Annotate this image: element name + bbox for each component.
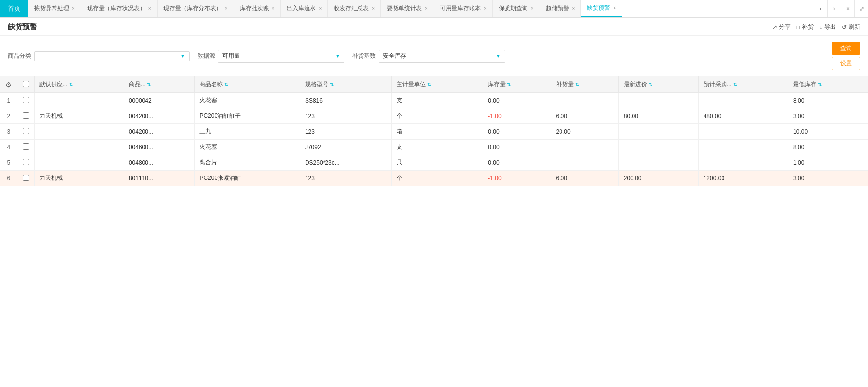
- tab-order-stats-label: 要货单统计表: [387, 4, 422, 13]
- col-supplier-header[interactable]: 默认供应... ⇅: [34, 76, 124, 93]
- col-unit-header[interactable]: 主计量单位 ⇅: [391, 76, 483, 93]
- row-num-4: 4: [0, 140, 18, 155]
- tab-exception-label: 拣货异常处理: [34, 4, 69, 13]
- col-spec-sort-icon: ⇅: [330, 82, 334, 87]
- col-price-header[interactable]: 最新进价 ⇅: [618, 76, 698, 93]
- tab-available-ledger-close[interactable]: ×: [484, 6, 487, 11]
- tab-expiry-close[interactable]: ×: [531, 6, 534, 11]
- tab-home[interactable]: 首页: [0, 0, 28, 17]
- category-label: 商品分类: [8, 52, 31, 60]
- setting-button[interactable]: 设置: [832, 57, 860, 70]
- filter-actions: 查询 设置: [832, 42, 860, 70]
- tab-available-ledger[interactable]: 可用量库存账本 ×: [434, 0, 493, 17]
- row-spec-4: J7092: [300, 140, 391, 155]
- tab-inventory-dist[interactable]: 现存量（库存分布表） ×: [158, 0, 234, 17]
- tab-overstock[interactable]: 超储预警 ×: [540, 0, 581, 17]
- row-est-purchase-3: [698, 124, 788, 140]
- tab-inventory-status[interactable]: 现存量（库存状况表） ×: [81, 0, 158, 17]
- tab-shortage-close[interactable]: ×: [613, 5, 616, 11]
- row-price-1: [618, 93, 698, 108]
- col-min-stock-header[interactable]: 最低库存 ⇅: [788, 76, 868, 93]
- col-spec-header[interactable]: 规格型号 ⇅: [300, 76, 391, 93]
- row-checkbox-3[interactable]: [18, 124, 34, 140]
- col-unit-label: 主计量单位: [397, 80, 426, 88]
- tab-expiry-label: 保质期查询: [499, 4, 528, 13]
- tab-order-stats-close[interactable]: ×: [425, 6, 428, 11]
- row-checkbox-2[interactable]: [18, 108, 34, 124]
- row-unit-1: 支: [391, 93, 483, 108]
- tab-close-all[interactable]: ×: [841, 0, 854, 18]
- tab-fullscreen[interactable]: ⤢: [854, 0, 868, 18]
- row-checkbox-6[interactable]: [18, 171, 34, 186]
- col-replenish-header[interactable]: 补货量 ⇅: [551, 76, 618, 93]
- table-body: 1 0000042 火花塞 SS816 支 0.00 8.00 2 力天机械 0…: [0, 93, 868, 186]
- tab-batch-account-close[interactable]: ×: [272, 6, 275, 11]
- col-name-sort-icon: ⇅: [224, 82, 228, 87]
- row-name-1: 火花塞: [195, 93, 300, 108]
- tab-expiry[interactable]: 保质期查询 ×: [493, 0, 540, 17]
- tab-inout-flow-label: 出入库流水: [287, 4, 316, 13]
- tab-overstock-close[interactable]: ×: [572, 6, 575, 11]
- row-select-3[interactable]: [23, 128, 29, 134]
- row-select-6[interactable]: [23, 175, 29, 181]
- refresh-icon: ↺: [842, 24, 847, 31]
- col-code-header[interactable]: 商品... ⇅: [124, 76, 195, 93]
- row-supplier-3: [34, 124, 124, 140]
- tab-scroll-left[interactable]: ‹: [814, 0, 827, 18]
- row-code-6: 801110...: [124, 171, 195, 186]
- row-stock-4: 0.00: [483, 140, 551, 155]
- col-stock-sort-icon: ⇅: [507, 82, 511, 87]
- tab-shortage[interactable]: 缺货预警 ×: [581, 0, 622, 17]
- row-code-2: 004200...: [124, 108, 195, 124]
- export-button[interactable]: ↓ 导出: [819, 23, 836, 31]
- replenish-button[interactable]: □ 补货: [796, 23, 814, 31]
- col-stock-label: 库存量: [488, 80, 506, 88]
- select-all-checkbox[interactable]: [23, 81, 29, 87]
- row-est-purchase-4: [698, 140, 788, 155]
- row-select-1[interactable]: [23, 97, 29, 103]
- col-name-label: 商品名称: [199, 80, 223, 88]
- tab-receive-summary[interactable]: 收发存汇总表 ×: [328, 0, 381, 17]
- tab-receive-summary-close[interactable]: ×: [372, 6, 375, 11]
- tab-inout-flow-close[interactable]: ×: [319, 6, 322, 11]
- tab-batch-account[interactable]: 库存批次账 ×: [234, 0, 281, 17]
- row-unit-2: 个: [391, 108, 483, 124]
- row-checkbox-4[interactable]: [18, 140, 34, 155]
- row-checkbox-1[interactable]: [18, 93, 34, 108]
- row-est-purchase-5: [698, 155, 788, 171]
- category-select[interactable]: ▼: [34, 51, 190, 61]
- row-select-5[interactable]: [23, 159, 29, 165]
- share-button[interactable]: ↗ 分享: [772, 23, 791, 31]
- table-row: 2 力天机械 004200... PC200油缸缸子 123 个 -1.00 6…: [0, 108, 868, 124]
- tab-order-stats[interactable]: 要货单统计表 ×: [381, 0, 434, 17]
- row-name-4: 火花塞: [195, 140, 300, 155]
- tab-exception[interactable]: 拣货异常处理 ×: [28, 0, 81, 17]
- col-name-header[interactable]: 商品名称 ⇅: [195, 76, 300, 93]
- row-price-6: 200.00: [618, 171, 698, 186]
- row-select-2[interactable]: [23, 112, 29, 119]
- tab-inout-flow[interactable]: 出入库流水 ×: [281, 0, 328, 17]
- row-select-4[interactable]: [23, 143, 29, 150]
- query-button[interactable]: 查询: [832, 42, 860, 55]
- row-replenish-3: 20.00: [551, 124, 618, 140]
- filter-bar: 商品分类 ▼ 数据源 可用量 ▼ 补货基数 安全库存 ▼ 查询 设置: [0, 36, 868, 76]
- refresh-button[interactable]: ↺ 刷新: [842, 23, 860, 31]
- tab-inventory-status-close[interactable]: ×: [148, 6, 151, 11]
- replenish-base-select[interactable]: 安全库存 ▼: [379, 50, 505, 63]
- export-label: 导出: [824, 23, 836, 31]
- replenish-base-value: 安全库存: [383, 52, 406, 60]
- col-spec-label: 规格型号: [305, 80, 328, 88]
- tab-scroll-right[interactable]: ›: [827, 0, 841, 18]
- col-est-purchase-header[interactable]: 预计采购... ⇅: [698, 76, 788, 93]
- col-gear[interactable]: ⚙: [0, 76, 18, 93]
- col-stock-header[interactable]: 库存量 ⇅: [483, 76, 551, 93]
- datasource-select[interactable]: 可用量 ▼: [218, 50, 344, 63]
- tab-inventory-dist-close[interactable]: ×: [225, 6, 228, 11]
- col-code-label: 商品...: [129, 80, 145, 88]
- table-header-row: ⚙ 默认供应... ⇅ 商品... ⇅: [0, 76, 868, 93]
- gear-icon[interactable]: ⚙: [5, 81, 12, 88]
- row-stock-1: 0.00: [483, 93, 551, 108]
- row-checkbox-5[interactable]: [18, 155, 34, 171]
- tab-batch-account-label: 库存批次账: [240, 4, 269, 13]
- tab-exception-close[interactable]: ×: [72, 6, 75, 11]
